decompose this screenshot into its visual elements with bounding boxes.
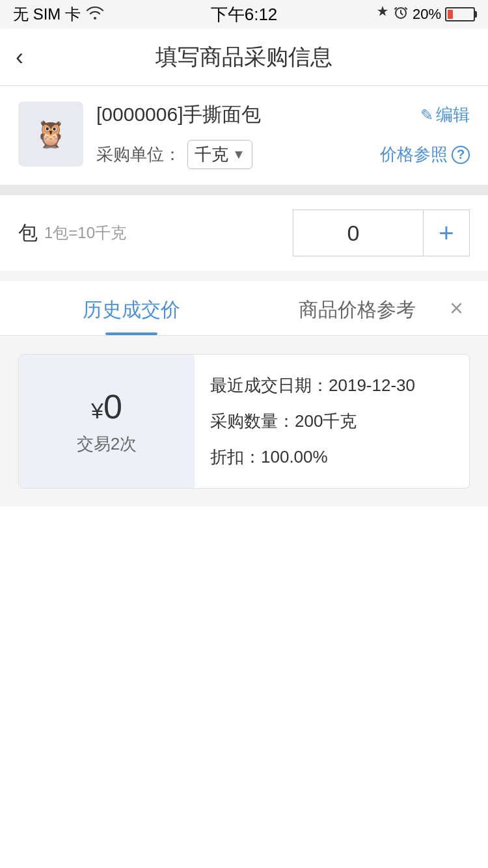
unit-selector-group: 采购单位： 千克 ▼ <box>96 140 252 169</box>
back-button[interactable]: ‹ <box>16 44 23 71</box>
quantity-row: 包 1包=10千克 + <box>0 195 488 271</box>
quantity-label-wrap: 包 1包=10千克 <box>18 220 126 247</box>
bottom-space <box>0 507 488 868</box>
quantity-plus-button[interactable]: + <box>423 210 470 256</box>
info-icon: ? <box>452 146 470 164</box>
history-price-display: ¥0 <box>91 387 122 426</box>
tabs-bar: 历史成交价 商品价格参考 × <box>0 281 488 336</box>
status-bar: 无 SIM 卡 下午6:12 20% <box>0 0 488 29</box>
history-section: ¥0 交易2次 最近成交日期：2019-12-30 采购数量：200千克 折扣：… <box>0 336 488 507</box>
unit-row: 采购单位： 千克 ▼ 价格参照 ? <box>96 140 470 169</box>
tab-history-price[interactable]: 历史成交价 <box>18 281 244 335</box>
gps-icon <box>376 5 389 24</box>
detail-qty-row: 采购数量：200千克 <box>210 409 454 434</box>
status-left: 无 SIM 卡 <box>13 4 104 25</box>
price-ref-button[interactable]: 价格参照 ? <box>380 143 470 166</box>
product-title-row: [0000006]手撕面包 ✎ 编辑 <box>96 102 470 128</box>
product-name: [0000006]手撕面包 <box>96 102 261 128</box>
status-center: 下午6:12 <box>211 3 278 26</box>
edit-button[interactable]: ✎ 编辑 <box>420 103 470 126</box>
tab-product-price-ref[interactable]: 商品价格参考 <box>244 281 470 335</box>
discount-value: 100.00% <box>261 447 328 467</box>
alarm-icon <box>393 5 409 24</box>
wifi-icon <box>86 5 104 23</box>
edit-icon: ✎ <box>420 106 433 124</box>
close-button[interactable]: × <box>443 288 470 329</box>
history-price-panel: ¥0 交易2次 <box>19 355 195 488</box>
discount-label: 折扣： <box>210 447 261 467</box>
history-card: ¥0 交易2次 最近成交日期：2019-12-30 采购数量：200千克 折扣：… <box>18 354 470 489</box>
unit-select[interactable]: 千克 ▼ <box>187 140 252 169</box>
detail-discount-row: 折扣：100.00% <box>210 444 454 470</box>
edit-label: 编辑 <box>436 103 470 126</box>
tab-history-price-label: 历史成交价 <box>83 299 180 320</box>
battery-fill <box>448 10 453 19</box>
quantity-unit: 包 <box>18 220 38 247</box>
product-thumbnail: 🦉 <box>18 102 83 167</box>
date-label: 最近成交日期： <box>210 375 329 395</box>
date-value: 2019-12-30 <box>329 375 415 395</box>
page-title: 填写商品采购信息 <box>156 42 332 72</box>
tab-product-price-ref-label: 商品价格参考 <box>299 299 416 320</box>
carrier-label: 无 SIM 卡 <box>13 4 81 25</box>
quantity-input-wrap: + <box>293 210 470 256</box>
price-value: 0 <box>103 388 122 426</box>
product-info: [0000006]手撕面包 ✎ 编辑 采购单位： 千克 ▼ 价格参照 ? <box>96 102 470 169</box>
quantity-input[interactable] <box>293 210 423 256</box>
unit-label: 采购单位： <box>96 143 181 166</box>
status-right: 20% <box>376 5 475 24</box>
price-ref-label: 价格参照 <box>380 143 448 166</box>
product-icon: 🦉 <box>34 119 67 150</box>
currency-symbol: ¥ <box>91 398 103 423</box>
section-divider <box>0 185 488 195</box>
quantity-sub-label: 1包=10千克 <box>44 223 126 243</box>
battery-pct: 20% <box>413 6 441 23</box>
unit-value: 千克 <box>195 143 228 166</box>
battery-icon <box>445 7 475 21</box>
trades-label: 交易2次 <box>77 433 137 455</box>
detail-date-row: 最近成交日期：2019-12-30 <box>210 373 454 398</box>
qty-value: 200千克 <box>295 411 357 431</box>
history-details-panel: 最近成交日期：2019-12-30 采购数量：200千克 折扣：100.00% <box>195 355 469 488</box>
product-header: 🦉 [0000006]手撕面包 ✎ 编辑 采购单位： 千克 ▼ <box>18 102 470 169</box>
nav-bar: ‹ 填写商品采购信息 <box>0 29 488 86</box>
chevron-down-icon: ▼ <box>232 147 245 162</box>
qty-label: 采购数量： <box>210 411 295 431</box>
product-card: 🦉 [0000006]手撕面包 ✎ 编辑 采购单位： 千克 ▼ <box>0 86 488 185</box>
